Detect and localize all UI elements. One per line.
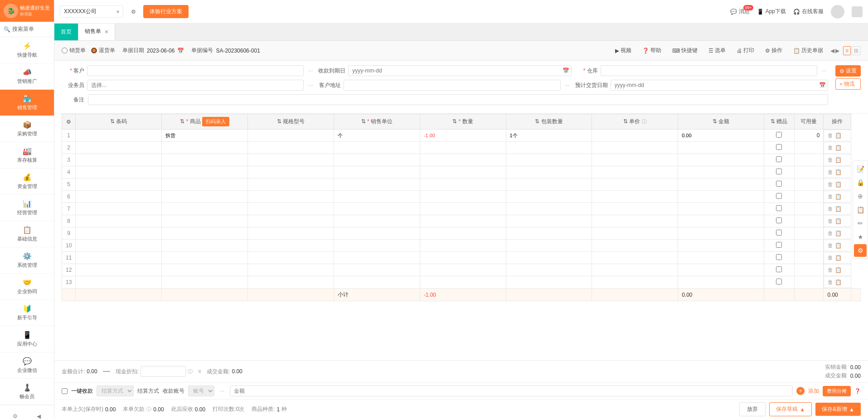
row-amount[interactable] — [678, 276, 764, 289]
remark-input[interactable] — [88, 94, 828, 105]
sort-icon[interactable]: ⇅ — [771, 118, 775, 125]
row-pack-qty[interactable] — [506, 130, 592, 142]
row-gift[interactable] — [764, 252, 794, 264]
action-history[interactable]: 📋 历史单据 — [790, 45, 827, 56]
row-barcode[interactable] — [76, 142, 162, 154]
row-price[interactable] — [592, 240, 678, 252]
col-settings[interactable]: ⚙ — [62, 114, 76, 130]
row-gift[interactable] — [764, 203, 794, 215]
right-tool-clipboard[interactable]: 📋 — [854, 203, 867, 216]
warehouse-dots-btn[interactable]: ··· — [820, 67, 828, 74]
row-unit[interactable] — [334, 215, 420, 227]
copy-icon[interactable]: 📋 — [835, 132, 842, 139]
row-spec[interactable] — [248, 142, 334, 154]
tab-close-icon[interactable]: × — [105, 28, 108, 35]
scan-button[interactable]: 扫码录入 — [202, 117, 229, 126]
row-price[interactable] — [592, 264, 678, 276]
row-unit[interactable] — [334, 166, 420, 178]
account-select[interactable]: 账号 — [188, 385, 214, 396]
row-pack-qty[interactable] — [506, 142, 592, 154]
sidebar-item-guide[interactable]: 🔰 新手引导 — [0, 300, 54, 326]
sidebar-item-marketing[interactable]: 📣 营销推广 — [0, 63, 54, 90]
delete-icon[interactable]: 🗑 — [828, 169, 833, 175]
salesperson-input[interactable] — [87, 80, 304, 91]
sidebar-item-basic[interactable]: 📋 基础信息 — [0, 221, 54, 247]
row-pack-qty[interactable] — [506, 203, 592, 215]
row-amount[interactable] — [678, 227, 764, 240]
sidebar-item-wechat[interactable]: 💬 企业微信 — [0, 352, 54, 379]
copy-icon[interactable]: 📋 — [835, 157, 842, 163]
row-unit[interactable] — [334, 178, 420, 191]
right-tool-edit[interactable]: ✏ — [854, 217, 867, 230]
row-qty[interactable] — [420, 178, 506, 191]
row-spec[interactable] — [248, 215, 334, 227]
row-amount[interactable] — [678, 142, 764, 154]
expense-btn[interactable]: 费用分摊 — [823, 386, 851, 396]
row-pack-qty[interactable] — [506, 252, 592, 264]
row-gift[interactable] — [764, 276, 794, 289]
row-product[interactable] — [162, 203, 248, 215]
row-gift[interactable] — [764, 130, 794, 142]
sort-icon[interactable]: ⇅ — [713, 118, 717, 125]
sidebar-item-appstore[interactable]: 📱 应用中心 — [0, 326, 54, 352]
row-spec[interactable] — [248, 240, 334, 252]
sidebar-settings-btn[interactable]: ⚙ — [9, 410, 22, 419]
right-tool-lock[interactable]: 🔒 — [854, 176, 867, 189]
row-amount[interactable] — [678, 191, 764, 203]
sales-radio[interactable]: 销货单 — [62, 47, 86, 54]
row-price[interactable] — [592, 130, 678, 142]
row-product[interactable] — [162, 252, 248, 264]
row-barcode[interactable] — [76, 264, 162, 276]
save-draft-button[interactable]: 保存草稿 ▲ — [769, 402, 812, 416]
row-product[interactable] — [162, 264, 248, 276]
copy-icon[interactable]: 📋 — [835, 242, 842, 249]
user-menu-btn[interactable] — [852, 6, 863, 17]
row-price[interactable] — [592, 166, 678, 178]
row-gift[interactable] — [764, 178, 794, 191]
customer-input[interactable] — [87, 65, 304, 76]
sidebar-item-system[interactable]: ⚙️ 系统管理 — [0, 247, 54, 274]
row-unit[interactable] — [334, 276, 420, 289]
row-pack-qty[interactable] — [506, 215, 592, 227]
row-unit[interactable] — [334, 203, 420, 215]
row-spec[interactable] — [248, 264, 334, 276]
row-qty[interactable] — [420, 227, 506, 240]
return-radio[interactable]: 退货单 — [91, 47, 115, 54]
row-price[interactable] — [592, 142, 678, 154]
row-amount[interactable] — [678, 240, 764, 252]
row-pack-qty[interactable] — [506, 178, 592, 191]
sort-icon[interactable]: ⇅ — [452, 118, 457, 125]
row-qty[interactable] — [420, 215, 506, 227]
sidebar-item-member[interactable]: ♟️ 畅会员 — [0, 379, 54, 405]
row-product[interactable] — [162, 130, 248, 142]
row-unit[interactable] — [334, 130, 420, 142]
delete-icon[interactable]: 🗑 — [828, 218, 833, 224]
copy-icon[interactable]: 📋 — [835, 144, 842, 151]
row-price[interactable] — [592, 191, 678, 203]
expense-info-icon[interactable]: ❓ — [854, 388, 861, 394]
row-barcode[interactable] — [76, 227, 162, 240]
row-pack-qty[interactable] — [506, 264, 592, 276]
trial-button[interactable]: 体验行业方案 — [143, 5, 189, 18]
row-qty[interactable] — [420, 252, 506, 264]
row-gift[interactable] — [764, 215, 794, 227]
row-pack-qty[interactable] — [506, 166, 592, 178]
row-barcode[interactable] — [76, 178, 162, 191]
sort-icon[interactable]: ⇅ — [110, 118, 115, 125]
doc-due-info-icon[interactable]: ⓘ — [146, 406, 151, 413]
copy-icon[interactable]: 📋 — [835, 267, 842, 273]
list-view-icon[interactable]: ≡ — [843, 46, 851, 55]
method-select[interactable]: 结算方式 — [97, 385, 134, 396]
row-amount[interactable] — [678, 203, 764, 215]
sort-icon[interactable]: ⇅ — [180, 118, 184, 125]
prev-arrow-icon[interactable]: ◀ — [830, 48, 834, 54]
row-amount[interactable] — [678, 154, 764, 166]
delete-icon[interactable]: 🗑 — [828, 230, 833, 236]
row-amount[interactable] — [678, 166, 764, 178]
row-qty[interactable] — [420, 203, 506, 215]
payment-amount-input[interactable] — [230, 385, 793, 396]
row-unit[interactable] — [334, 264, 420, 276]
row-price[interactable] — [592, 203, 678, 215]
action-select[interactable]: ☰ 选单 — [705, 45, 729, 56]
row-unit[interactable] — [334, 252, 420, 264]
